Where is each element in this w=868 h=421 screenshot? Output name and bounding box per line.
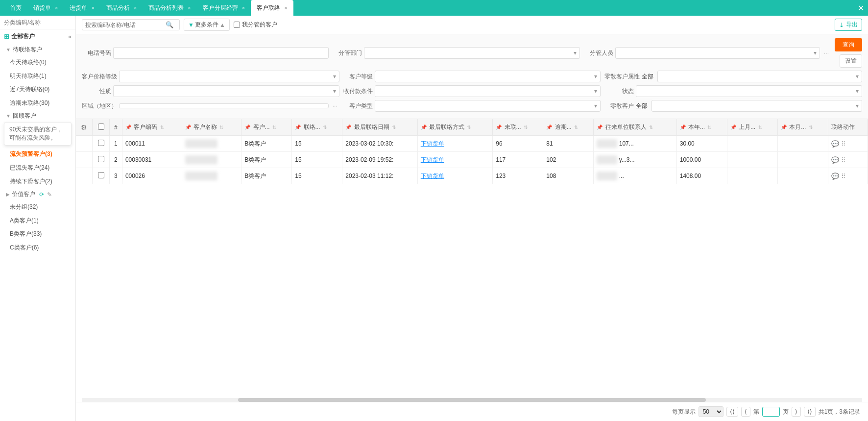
zero-retail-select[interactable]: ▾	[657, 71, 862, 82]
name-sort-icon[interactable]: ⇅	[219, 124, 223, 130]
sidebar-item-churned[interactable]: 已流失客户(24)	[0, 161, 75, 175]
my-customers-checkbox[interactable]	[234, 22, 240, 28]
gear-icon[interactable]: ⚙	[81, 124, 87, 131]
row-checkbox[interactable]	[98, 156, 104, 162]
select-all-checkbox[interactable]	[98, 124, 104, 130]
phone-input[interactable]	[113, 47, 329, 59]
tab-sales[interactable]: 销货单 ×	[27, 0, 64, 16]
price-level-select[interactable]: ▾	[119, 71, 339, 82]
horizontal-scrollbar[interactable]	[82, 398, 862, 402]
customer-type-select[interactable]: ▾	[375, 100, 601, 112]
tab-analysis-close[interactable]: ×	[134, 5, 137, 11]
last-page-btn[interactable]: ⟩⟩	[804, 407, 816, 417]
uncontacted-sort-icon[interactable]: ⇅	[524, 124, 528, 130]
settings-button[interactable]: 设置	[840, 54, 862, 68]
code-sort-icon[interactable]: ⇅	[160, 124, 164, 130]
this-year-sort-icon[interactable]: ⇅	[707, 124, 711, 130]
type-sort-icon[interactable]: ⇅	[272, 124, 276, 130]
last-month-sort-icon[interactable]: ⇅	[758, 124, 762, 130]
tab-purchase[interactable]: 进货单 ×	[64, 0, 100, 16]
sidebar-item-class-c[interactable]: C类客户(6)	[0, 241, 75, 255]
search-input[interactable]	[85, 22, 164, 28]
payment-select[interactable]: ▾	[375, 85, 601, 97]
overdue-sort-icon[interactable]: ⇅	[574, 124, 578, 130]
all-customers-header[interactable]: ⊞ 全部客户 «	[0, 29, 75, 44]
page-size-select[interactable]: 50 100	[699, 406, 723, 417]
contact-sort-icon[interactable]: ⇅	[323, 124, 327, 130]
this-year-pin-icon[interactable]: 📌	[680, 124, 686, 130]
my-customers-checkbox-area[interactable]: 我分管的客户	[234, 21, 277, 29]
contacts-pin-icon[interactable]: 📌	[597, 124, 603, 130]
action-chat-icon[interactable]: 💬	[831, 173, 839, 180]
valued-edit-icon[interactable]: ✎	[47, 191, 52, 198]
window-close-icon[interactable]: ✕	[858, 3, 864, 13]
uncontacted-pin-icon[interactable]: 📌	[496, 124, 502, 130]
area-more-icon[interactable]: ···	[331, 102, 339, 109]
query-button[interactable]: 查询	[835, 38, 862, 51]
action-more-icon[interactable]: ⠿	[841, 156, 846, 164]
type-pin-icon[interactable]: 📌	[244, 124, 250, 130]
tab-customer-segment-close[interactable]: ×	[242, 5, 245, 11]
more-conditions-btn[interactable]: ▼ 更多条件 ▲	[184, 19, 230, 31]
sidebar-item-overdue[interactable]: 逾期未联络(30)	[0, 97, 75, 110]
manager-more-icon[interactable]: ···	[822, 50, 831, 56]
sidebar-item-today[interactable]: 今天待联络(0)	[0, 56, 75, 70]
search-icon[interactable]: 🔍	[166, 21, 173, 28]
last-month-pin-icon[interactable]: 📌	[730, 124, 736, 130]
tab-customer-contact-close[interactable]: ×	[284, 5, 287, 11]
tab-customer-contact[interactable]: 客户联络 ×	[251, 0, 293, 16]
action-chat-icon[interactable]: 💬	[831, 156, 839, 164]
zero-customer-select[interactable]: ▾	[651, 100, 862, 112]
row-checkbox[interactable]	[98, 172, 104, 178]
name-pin-icon[interactable]: 📌	[185, 124, 191, 130]
action-more-icon[interactable]: ⠿	[841, 173, 846, 180]
action-chat-icon[interactable]: 💬	[831, 140, 839, 148]
sidebar-item-class-a[interactable]: A类客户(1)	[0, 214, 75, 228]
sidebar-search-input[interactable]	[4, 19, 76, 26]
next-page-btn[interactable]: ⟩	[792, 407, 801, 417]
first-page-btn[interactable]: ⟨⟨	[726, 407, 738, 417]
export-button[interactable]: ⤓ 导出	[835, 19, 862, 31]
sidebar-item-tomorrow[interactable]: 明天待联络(1)	[0, 70, 75, 83]
row-last-method-link[interactable]: 下销货单	[421, 156, 444, 163]
valued-section[interactable]: ▶ 价值客户 ⟳ ✎	[0, 188, 75, 200]
manager-select[interactable]: ▾	[615, 47, 820, 59]
sidebar-item-class-b[interactable]: B类客户(33)	[0, 227, 75, 241]
page-number-input[interactable]: 1	[762, 407, 780, 417]
tab-customer-segment[interactable]: 客户分层经营 ×	[197, 0, 251, 16]
sidebar-item-churn-warning[interactable]: 流失预警客户(3)	[0, 148, 75, 161]
dept-select[interactable]: ▾	[364, 47, 579, 59]
overdue-pin-icon[interactable]: 📌	[546, 124, 552, 130]
area-select[interactable]	[119, 103, 329, 108]
contacts-sort-icon[interactable]: ⇅	[649, 124, 653, 130]
churning-section[interactable]: ▼ 回顾客户	[0, 110, 75, 122]
sidebar-item-7days[interactable]: 近7天待联络(0)	[0, 83, 75, 97]
last-method-sort-icon[interactable]: ⇅	[467, 124, 471, 130]
customer-level-select[interactable]: ▾	[375, 71, 601, 82]
last-method-pin-icon[interactable]: 📌	[421, 124, 427, 130]
tab-analysis-list-close[interactable]: ×	[188, 5, 191, 11]
tab-analysis-list[interactable]: 商品分析列表 ×	[143, 0, 196, 16]
last-date-sort-icon[interactable]: ⇅	[392, 124, 396, 130]
status-select[interactable]: ▾	[636, 85, 862, 97]
valued-refresh-icon[interactable]: ⟳	[39, 191, 44, 198]
sidebar-item-ungrouped[interactable]: 未分组(32)	[0, 200, 75, 214]
tab-sales-close[interactable]: ×	[55, 5, 58, 11]
action-more-icon[interactable]: ⠿	[841, 140, 846, 148]
gender-select[interactable]: ▾	[113, 85, 339, 97]
th-gear[interactable]: ⚙	[76, 119, 93, 136]
row-checkbox[interactable]	[98, 140, 104, 146]
tab-analysis[interactable]: 商品分析 ×	[100, 0, 143, 16]
this-month-pin-icon[interactable]: 📌	[781, 124, 787, 130]
pending-contact-section[interactable]: ▼ 待联络客户	[0, 44, 75, 56]
tab-home[interactable]: 首页	[4, 0, 27, 16]
pin-icon[interactable]: 📌	[125, 124, 131, 130]
row-last-method-link[interactable]: 下销货单	[421, 173, 444, 179]
prev-page-btn[interactable]: ⟨	[741, 407, 750, 417]
row-last-method-link[interactable]: 下销货单	[421, 140, 444, 147]
sidebar-collapse-icon[interactable]: «	[68, 33, 72, 40]
tab-purchase-close[interactable]: ×	[91, 5, 94, 11]
scrollbar-thumb[interactable]	[238, 398, 706, 402]
contact-pin-icon[interactable]: 📌	[295, 124, 301, 130]
this-month-sort-icon[interactable]: ⇅	[809, 124, 813, 130]
